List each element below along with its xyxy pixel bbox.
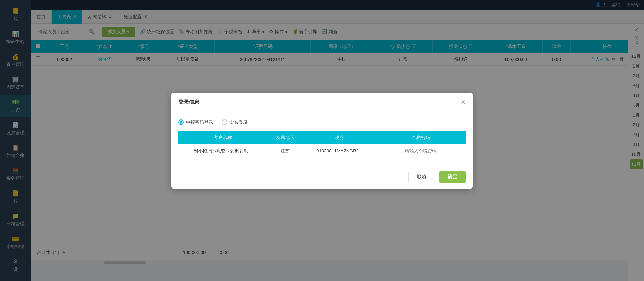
- dialog-row-password-cell: [376, 144, 466, 158]
- dialog-row-customer: 刘小艳演示账套（勿删勿动...: [178, 144, 268, 158]
- dialog-header: 登录信息 ✕: [171, 93, 473, 112]
- dialog-table: 客户名称 所属地区 税号 个税密码 刘小艳演示账套（勿删勿动... 江苏 913…: [178, 131, 466, 158]
- dialog-table-row: 刘小艳演示账套（勿删勿动... 江苏 91320811MA7NGR2...: [178, 144, 466, 158]
- radio-password-login[interactable]: 申报密码登录: [178, 119, 213, 125]
- dialog-th-password: 个税密码: [376, 131, 466, 144]
- dialog-th-region: 所属地区: [268, 131, 303, 144]
- radio-realname-login[interactable]: 实名登录: [222, 119, 248, 125]
- radio-password-label: 申报密码登录: [186, 119, 213, 125]
- tax-password-input[interactable]: [380, 148, 462, 153]
- radio-realname-label: 实名登录: [229, 119, 248, 125]
- radio-realname-circle: [222, 119, 227, 125]
- dialog-body: 申报密码登录 实名登录 客户名称 所属地区 税号 个税密码: [171, 112, 473, 165]
- radio-password-circle: [178, 119, 184, 125]
- radio-group: 申报密码登录 实名登录: [178, 119, 466, 125]
- dialog-th-taxno: 税号: [303, 131, 376, 144]
- dialog-close-button[interactable]: ✕: [461, 98, 466, 106]
- overlay: 登录信息 ✕ 申报密码登录 实名登录 客户名称 所属地区: [0, 0, 644, 281]
- dialog-title: 登录信息: [178, 99, 199, 105]
- confirm-button[interactable]: 确定: [439, 171, 466, 183]
- dialog-footer: 取消 确定: [171, 165, 473, 189]
- login-dialog: 登录信息 ✕ 申报密码登录 实名登录 客户名称 所属地区: [171, 93, 473, 189]
- dialog-row-region: 江苏: [268, 144, 303, 158]
- dialog-row-taxno: 91320811MA7NGR2...: [303, 144, 376, 158]
- cancel-button[interactable]: 取消: [408, 171, 435, 183]
- dialog-th-customer: 客户名称: [178, 131, 268, 144]
